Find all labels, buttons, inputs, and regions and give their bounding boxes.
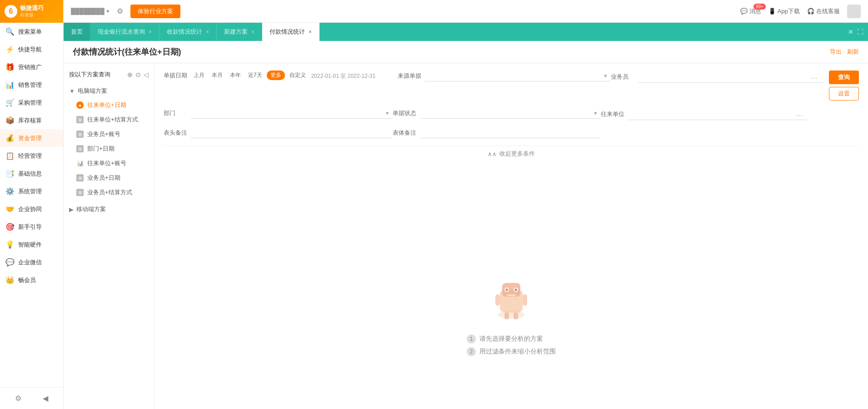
tab-new-scheme[interactable]: 新建方案 × <box>217 23 262 41</box>
page-body: 按以下方案查询 ⊕ ⊙ ◁ ▼ 电脑端方案 ● 往来单位+日期 <box>64 63 868 409</box>
sidebar-item-operations[interactable]: 📋 经营管理 <box>0 147 63 165</box>
doc-status-select[interactable]: ▾ <box>420 108 601 119</box>
sidebar-item-label: 系统管理 <box>18 187 42 196</box>
header-note-input[interactable] <box>191 127 393 138</box>
export-button[interactable]: 导出 <box>830 48 842 56</box>
date-label: 单据日期 <box>164 71 187 80</box>
sidebar: 6 畅捷通巧 标准版 🔍 搜索菜单 ⚡ 快捷导航 🎁 营销推广 📊 销售管理 🛒… <box>0 0 64 409</box>
user-avatar[interactable] <box>847 5 861 18</box>
scheme-group-desktop-header[interactable]: ▼ 电脑端方案 <box>64 84 154 98</box>
company-selector[interactable]: ████████ ▾ <box>71 8 110 15</box>
page-title: 付款情况统计(往来单位+日期) <box>73 46 181 57</box>
sidebar-item-wechat[interactable]: 💬 企业微信 <box>0 253 63 271</box>
tab-cash-flow-label: 现金银行流水查询 <box>98 28 145 36</box>
sidebar-item-basicinfo[interactable]: 📑 基础信息 <box>0 165 63 182</box>
scheme-item-partner-account[interactable]: 📊 往来单位+账号 <box>64 156 154 171</box>
online-service-btn[interactable]: 🎧 在线客服 <box>807 7 840 15</box>
partner-label: 往来单位 <box>601 110 624 118</box>
dept-select[interactable]: ▾ <box>191 108 393 119</box>
tab-receipts-label: 收款情况统计 <box>167 28 202 36</box>
scheme-item-icon: ⊞ <box>76 174 84 182</box>
tab-expand-btn[interactable]: ⛶ <box>857 28 863 35</box>
sidebar-item-marketing[interactable]: 🎁 营销推广 <box>0 58 63 76</box>
scheme-item-salesman-date[interactable]: ⊞ 业务员+日期 <box>64 171 154 185</box>
salesman-more-icon[interactable]: … <box>809 72 820 81</box>
settings-bottom-btn[interactable]: ⚙ <box>13 392 23 404</box>
scheme-item-icon: ⊞ <box>76 189 84 196</box>
scheme-collapse-btn[interactable]: ◁ <box>144 71 149 78</box>
svg-rect-10 <box>504 313 509 319</box>
tab-payments-close[interactable]: × <box>309 29 312 35</box>
scheme-item-label: 往来单位+结算方式 <box>87 116 138 124</box>
source-doc-select[interactable]: ▾ <box>425 71 610 81</box>
funds-icon: 💰 <box>5 134 15 142</box>
filter-settings-button[interactable]: 设置 <box>829 87 859 101</box>
sidebar-item-member[interactable]: 👑 畅会员 <box>0 271 63 289</box>
tab-new-scheme-close[interactable]: × <box>251 29 254 35</box>
date-btn-lastmonth[interactable]: 上月 <box>191 71 207 80</box>
scheme-item-partner-date[interactable]: ● 往来单位+日期 <box>64 98 154 112</box>
sidebar-item-guide[interactable]: 🎯 新手引导 <box>0 218 63 236</box>
scheme-item-icon: ⊞ <box>76 145 84 152</box>
scheme-item-salesman-account[interactable]: ⊞ 业务员+账号 <box>64 127 154 141</box>
scheme-item-label: 往来单位+日期 <box>87 101 126 109</box>
messages-badge: 99+ <box>753 4 766 10</box>
sidebar-item-funds[interactable]: 💰 资金管理 <box>0 129 63 147</box>
date-btn-7days[interactable]: 近7天 <box>245 71 265 80</box>
scheme-settings-btn[interactable]: ⊙ <box>135 71 141 78</box>
scheme-item-partner-settlement[interactable]: ⊞ 往来单位+结算方式 <box>64 112 154 127</box>
refresh-button[interactable]: 刷新 <box>847 48 859 56</box>
date-btn-thismonth[interactable]: 本月 <box>209 71 225 80</box>
query-button[interactable]: 查询 <box>829 71 859 84</box>
sidebar-item-hardware[interactable]: 💡 智能硬件 <box>0 236 63 253</box>
tab-receipts[interactable]: 收款情况统计 × <box>160 23 217 41</box>
tab-close-btn[interactable]: ✕ <box>848 28 853 35</box>
sidebar-item-purchase[interactable]: 🛒 采购管理 <box>0 94 63 111</box>
topbar-settings-icon[interactable]: ⚙ <box>117 7 123 15</box>
collapse-sidebar-btn[interactable]: ◀ <box>41 392 50 404</box>
sidebar-item-search[interactable]: 🔍 搜索菜单 <box>0 23 63 40</box>
header-note-label: 表头备注 <box>164 129 187 137</box>
salesman-select[interactable]: … <box>638 71 823 83</box>
sidebar-item-label: 新手引导 <box>18 223 42 231</box>
message-icon: 💬 <box>740 8 748 15</box>
dept-filter-item: 部门 ▾ <box>164 108 393 119</box>
tab-home-label: 首页 <box>71 28 83 36</box>
date-btn-more[interactable]: 更多 <box>267 71 285 80</box>
marketing-icon: 🎁 <box>5 63 15 71</box>
quicknav-icon: ⚡ <box>5 45 15 54</box>
sidebar-item-collab[interactable]: 🤝 企业协同 <box>0 200 63 218</box>
partner-select[interactable]: … <box>628 108 809 120</box>
page-header: 付款情况统计(往来单位+日期) 导出 刷新 <box>64 41 868 63</box>
scheme-add-btn[interactable]: ⊕ <box>127 71 133 78</box>
scheme-item-icon: ⊞ <box>76 131 84 138</box>
salesman-filter-item: 业务员 … <box>611 71 823 83</box>
tab-home[interactable]: 首页 <box>64 23 90 41</box>
salesman-label: 业务员 <box>611 73 634 81</box>
query-btn-group: 查询 设置 <box>829 71 859 101</box>
tab-receipts-close[interactable]: × <box>206 29 209 35</box>
messages-btn[interactable]: 💬 消息 99+ <box>740 7 761 15</box>
logo-text: 畅捷通巧 标准版 <box>20 5 44 18</box>
scheme-item-salesman-settlement[interactable]: ⊞ 业务员+结算方式 <box>64 185 154 200</box>
sidebar-item-quicknav[interactable]: ⚡ 快捷导航 <box>0 40 63 58</box>
topbar-right: 💬 消息 99+ 📱 App下载 🎧 在线客服 <box>740 5 861 18</box>
tip-text-2: 用过滤条件来缩小分析范围 <box>479 348 556 356</box>
tab-payments[interactable]: 付款情况统计 × <box>262 23 319 41</box>
sidebar-item-inventory[interactable]: 📦 库存核算 <box>0 111 63 129</box>
tab-cash-flow[interactable]: 现金银行流水查询 × <box>90 23 160 41</box>
partner-more-icon[interactable]: … <box>794 110 805 118</box>
sidebar-item-sales[interactable]: 📊 销售管理 <box>0 76 63 94</box>
tab-cash-flow-close[interactable]: × <box>149 29 152 35</box>
date-btn-custom[interactable]: 自定义 <box>287 71 309 80</box>
sidebar-item-system[interactable]: ⚙️ 系统管理 <box>0 182 63 200</box>
app-download-btn[interactable]: 📱 App下载 <box>768 7 800 15</box>
scheme-group-mobile-header[interactable]: ▶ 移动端方案 <box>64 202 154 216</box>
body-note-input[interactable] <box>420 127 601 138</box>
trial-button[interactable]: 体验行业方案 <box>130 5 180 18</box>
sidebar-logo: 6 畅捷通巧 标准版 <box>0 0 63 23</box>
collapse-more-btn[interactable]: ∧∧ 收起更多条件 <box>164 146 859 162</box>
scheme-item-dept-date[interactable]: ⊞ 部门+日期 <box>64 141 154 156</box>
date-btn-thisyear[interactable]: 本年 <box>227 71 244 80</box>
svg-point-5 <box>506 288 508 291</box>
